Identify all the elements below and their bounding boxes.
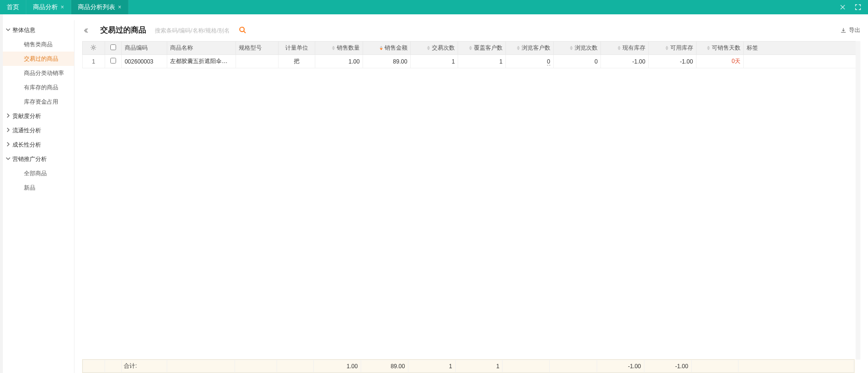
sort-icon [618, 46, 621, 50]
col-cover_cust[interactable]: 覆盖客户数 [458, 42, 506, 55]
tab-product-analysis[interactable]: 商品分析 × [26, 0, 71, 14]
search-icon[interactable] [239, 26, 246, 35]
cell-trade_cnt: 1 [410, 55, 458, 68]
view-cust-value[interactable]: 0 [547, 58, 550, 65]
sidebar-item[interactable]: 有库存的商品 [3, 80, 74, 95]
search-input[interactable] [155, 25, 236, 36]
table-footer: 合计:1.0089.0011-1.00-1.00 [82, 359, 855, 373]
sidebar-group-label: 贡献度分析 [12, 112, 41, 120]
sort-icon [332, 46, 335, 50]
col-label: 销售数量 [337, 44, 360, 51]
sidebar-group-label: 整体信息 [12, 26, 35, 34]
page-title: 交易过的商品 [100, 25, 146, 35]
footer-cell-view_cnt [550, 360, 597, 373]
col-tags: 标签 [744, 42, 860, 55]
row-checkbox[interactable] [110, 58, 116, 64]
cell-view_cnt: 0 [553, 55, 601, 68]
cell-sale_days: 0天 [696, 55, 744, 68]
col-label: 商品编码 [125, 44, 148, 51]
col-spec: 规格型号 [236, 42, 279, 55]
search-box [155, 25, 246, 36]
chevron-down-icon [6, 156, 11, 162]
tab-home[interactable]: 首页 [0, 0, 26, 14]
chevron-down-icon [6, 27, 11, 33]
sidebar-item[interactable]: 新品 [3, 181, 74, 195]
footer-cell-name [167, 360, 235, 373]
cell-tags [744, 55, 860, 68]
table-row[interactable]: 1002600003左都胶囊五折遮阳伞防晒伞;把1.0089.001100-1.… [83, 55, 860, 68]
col-gear [83, 42, 105, 55]
footer-cell-code: 合计: [122, 360, 167, 373]
col-view_cust[interactable]: 浏览客户数 [505, 42, 553, 55]
tab-product-analysis-list[interactable]: 商品分析列表 × [71, 0, 129, 14]
col-sales_qty[interactable]: 销售数量 [315, 42, 363, 55]
data-table: 商品编码商品名称规格型号计量单位销售数量销售金额交易次数覆盖客户数浏览客户数浏览… [82, 41, 860, 68]
col-label: 标签 [747, 44, 758, 51]
footer-cell-sale_days [691, 360, 739, 373]
svg-point-1 [93, 46, 95, 48]
close-all-button[interactable] [836, 1, 849, 13]
footer-cell-cover_cust: 1 [455, 360, 503, 373]
col-sale_days[interactable]: 可销售天数 [696, 42, 744, 55]
table-container: 商品编码商品名称规格型号计量单位销售数量销售金额交易次数覆盖客户数浏览客户数浏览… [75, 41, 868, 373]
fullscreen-button[interactable] [852, 1, 864, 13]
col-trade_cnt[interactable]: 交易次数 [410, 42, 458, 55]
cell-stock_avail: -1.00 [648, 55, 696, 68]
close-icon[interactable]: × [118, 4, 121, 11]
col-label: 覆盖客户数 [474, 44, 503, 51]
sidebar-group-header[interactable]: 流通性分析 [3, 123, 74, 138]
sort-icon [665, 46, 668, 50]
cell-code: 002600003 [121, 55, 167, 68]
footer-cell-stock_now: -1.00 [597, 360, 644, 373]
summary-row: 合计:1.0089.0011-1.00-1.00 [83, 360, 854, 373]
cell-gear: 1 [83, 55, 105, 68]
col-label: 销售金额 [385, 44, 407, 51]
footer-cell-sales_amt: 89.00 [361, 360, 408, 373]
table-body: 1002600003左都胶囊五折遮阳伞防晒伞;把1.0089.001100-1.… [83, 55, 860, 68]
sale-days-value: 0天 [732, 58, 741, 64]
sidebar-group-header[interactable]: 成长性分析 [3, 138, 74, 152]
tab-label: 商品分析列表 [78, 3, 115, 11]
col-label: 浏览次数 [575, 44, 598, 51]
sort-icon [707, 46, 710, 50]
sidebar-group-header[interactable]: 贡献度分析 [3, 109, 74, 123]
sort-icon [469, 46, 472, 50]
cell-name: 左都胶囊五折遮阳伞防晒伞; [167, 55, 236, 68]
close-icon[interactable]: × [61, 4, 64, 11]
cell-view_cust: 0 [505, 55, 553, 68]
tab-label: 首页 [7, 3, 19, 11]
sidebar-item[interactable]: 全部商品 [3, 166, 74, 181]
col-code: 商品编码 [121, 42, 167, 55]
sidebar-group-label: 营销推广分析 [12, 155, 47, 163]
sidebar-item[interactable]: 交易过的商品 [3, 52, 74, 66]
col-view_cnt[interactable]: 浏览次数 [553, 42, 601, 55]
footer-cell-view_cust [503, 360, 550, 373]
scrollbar[interactable] [856, 41, 860, 360]
cell-cover_cust: 1 [458, 55, 506, 68]
main-content: 交易过的商品 导出 商品编码商品名称规格型号计量单位销售数量销售金额交易次数覆盖… [75, 20, 868, 373]
col-sales_amt[interactable]: 销售金额 [363, 42, 410, 55]
col-label: 规格型号 [239, 44, 262, 51]
gear-icon[interactable] [90, 45, 96, 52]
tab-bar: 首页 商品分析 × 商品分析列表 × [0, 0, 868, 14]
cell-chk [105, 55, 121, 68]
sidebar-item[interactable]: 销售类商品 [3, 37, 74, 52]
col-stock_now[interactable]: 现有库存 [601, 42, 649, 55]
sidebar-item[interactable]: 商品分类动销率 [3, 66, 74, 80]
chevron-right-icon [6, 141, 11, 148]
sidebar-group-header[interactable]: 营销推广分析 [3, 152, 74, 166]
export-button[interactable]: 导出 [840, 26, 860, 34]
sidebar-item[interactable]: 库存资金占用 [3, 95, 74, 109]
col-name: 商品名称 [167, 42, 236, 55]
table-header-row: 商品编码商品名称规格型号计量单位销售数量销售金额交易次数覆盖客户数浏览客户数浏览… [83, 42, 860, 55]
col-stock_avail[interactable]: 可用库存 [648, 42, 696, 55]
chevron-right-icon [6, 127, 11, 134]
sidebar-group-header[interactable]: 整体信息 [3, 23, 74, 37]
col-unit: 计量单位 [278, 42, 315, 55]
footer-cell-spec [235, 360, 277, 373]
tabbar-right [836, 0, 868, 14]
collapse-sidebar-button[interactable] [82, 26, 92, 35]
col-label: 交易次数 [432, 44, 455, 51]
sidebar: 整体信息销售类商品交易过的商品商品分类动销率有库存的商品库存资金占用贡献度分析流… [3, 20, 75, 373]
select-all-checkbox[interactable] [110, 44, 116, 50]
